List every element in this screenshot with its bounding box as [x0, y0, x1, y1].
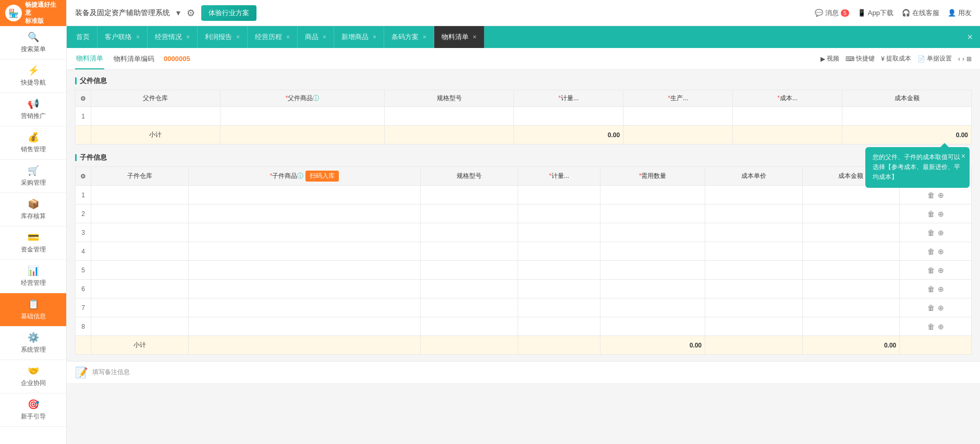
- child-row-5-cost-unit[interactable]: [705, 261, 803, 280]
- sidebar-item-search[interactable]: 🔍 搜索菜单: [0, 26, 66, 59]
- sidebar-item-operations[interactable]: 📊 经营管理: [0, 260, 66, 293]
- sub-nav-shortcut[interactable]: ⌨ 快捷键: [846, 54, 875, 63]
- tab-barcode-close[interactable]: ×: [423, 33, 426, 41]
- child-row-2-copy-icon[interactable]: ⊕: [938, 210, 944, 218]
- child-row-4-delete-icon[interactable]: 🗑: [927, 247, 935, 256]
- child-row-8-delete-icon[interactable]: 🗑: [927, 322, 935, 331]
- sidebar-item-inventory[interactable]: 📦 库存核算: [0, 193, 66, 226]
- parent-row-1-warehouse[interactable]: [91, 107, 220, 126]
- parent-row-1-goods[interactable]: [220, 107, 385, 126]
- child-row-6-unit[interactable]: [518, 280, 600, 298]
- child-row-8-needed-qty[interactable]: [601, 317, 705, 336]
- tab-ops-history[interactable]: 经营历程 ×: [248, 26, 298, 48]
- child-row-5-goods[interactable]: [188, 261, 421, 280]
- child-row-4-goods[interactable]: [188, 242, 421, 261]
- nav-next-icon[interactable]: ›: [962, 55, 964, 63]
- child-row-3-unit[interactable]: [518, 223, 600, 242]
- tab-new-goods-close[interactable]: ×: [373, 33, 376, 41]
- child-row-2-warehouse[interactable]: [91, 205, 189, 223]
- child-row-8-cost-unit[interactable]: [705, 317, 803, 336]
- child-row-6-cost-amount[interactable]: [802, 280, 900, 298]
- grid-view-icon[interactable]: ⊞: [966, 55, 972, 63]
- child-row-1-cost-unit[interactable]: [705, 186, 803, 205]
- scan-button[interactable]: 扫码入库: [305, 171, 339, 182]
- child-row-5-unit[interactable]: [518, 261, 600, 280]
- child-row-6-delete-icon[interactable]: 🗑: [927, 285, 935, 293]
- sub-nav-extract-cost[interactable]: ¥ 提取成本: [881, 54, 911, 63]
- child-row-7-goods[interactable]: [188, 298, 421, 317]
- parent-row-1-produce[interactable]: [623, 107, 733, 126]
- child-row-2-cost-unit[interactable]: [705, 205, 803, 223]
- tab-barcode[interactable]: 条码方案 ×: [384, 26, 434, 48]
- tab-bom[interactable]: 物料清单 ×: [434, 26, 484, 48]
- child-row-2-cost-amount[interactable]: [802, 205, 900, 223]
- child-row-7-copy-icon[interactable]: ⊕: [938, 304, 944, 312]
- child-row-5-cost-amount[interactable]: [802, 261, 900, 280]
- sidebar-item-quick-nav[interactable]: ⚡ 快捷导航: [0, 59, 66, 93]
- child-row-7-cost-amount[interactable]: [802, 298, 900, 317]
- tab-home[interactable]: 首页: [69, 26, 97, 48]
- tab-profit-report[interactable]: 利润报告 ×: [198, 26, 248, 48]
- sidebar-item-capital[interactable]: 💳 资金管理: [0, 226, 66, 260]
- sidebar-item-sales[interactable]: 💰 销售管理: [0, 126, 66, 160]
- child-row-7-spec[interactable]: [421, 298, 518, 317]
- sub-nav-video[interactable]: ▶ 视频: [820, 54, 839, 63]
- trial-button[interactable]: 体验行业方案: [201, 5, 256, 21]
- sidebar-item-system[interactable]: ⚙️ 系统管理: [0, 327, 66, 360]
- child-row-3-cost-unit[interactable]: [705, 223, 803, 242]
- child-row-2-spec[interactable]: [421, 205, 518, 223]
- sidebar-item-basic-info[interactable]: 📋 基础信息: [0, 293, 66, 327]
- sidebar-item-guide[interactable]: 🎯 新手引导: [0, 393, 66, 427]
- child-row-8-goods[interactable]: [188, 317, 421, 336]
- parent-row-1-spec[interactable]: [385, 107, 514, 126]
- app-download-action[interactable]: 📱 App下载: [858, 8, 893, 18]
- child-col-gear[interactable]: ⚙: [76, 167, 91, 186]
- tab-ops-status-close[interactable]: ×: [186, 33, 190, 41]
- child-row-2-goods[interactable]: [188, 205, 421, 223]
- child-row-8-unit[interactable]: [518, 317, 600, 336]
- child-row-6-warehouse[interactable]: [91, 280, 189, 298]
- child-row-3-goods[interactable]: [188, 223, 421, 242]
- tab-customer-close[interactable]: ×: [136, 33, 140, 41]
- nav-close-button[interactable]: ×: [962, 32, 978, 43]
- settings-icon[interactable]: ⚙: [187, 7, 195, 19]
- tab-customer[interactable]: 客户联络 ×: [97, 26, 148, 48]
- child-row-6-copy-icon[interactable]: ⊕: [938, 285, 944, 293]
- parent-row-1-unit[interactable]: [514, 107, 623, 126]
- child-row-3-warehouse[interactable]: [91, 223, 189, 242]
- child-row-6-goods[interactable]: [188, 280, 421, 298]
- child-row-8-warehouse[interactable]: [91, 317, 189, 336]
- child-row-1-delete-icon[interactable]: 🗑: [927, 191, 935, 199]
- nav-prev-icon[interactable]: ‹: [958, 55, 960, 63]
- tab-bom-close[interactable]: ×: [473, 33, 476, 41]
- child-row-1-cost-amount[interactable]: [802, 186, 900, 205]
- child-row-5-needed-qty[interactable]: [601, 261, 705, 280]
- child-row-3-needed-qty[interactable]: [601, 223, 705, 242]
- tab-goods-close[interactable]: ×: [323, 33, 326, 41]
- child-row-5-warehouse[interactable]: [91, 261, 189, 280]
- child-row-6-spec[interactable]: [421, 280, 518, 298]
- sidebar-item-enterprise[interactable]: 🤝 企业协同: [0, 360, 66, 393]
- child-row-1-goods[interactable]: [188, 186, 421, 205]
- child-row-7-warehouse[interactable]: [91, 298, 189, 317]
- child-row-4-needed-qty[interactable]: [601, 242, 705, 261]
- child-row-7-delete-icon[interactable]: 🗑: [927, 304, 935, 312]
- message-action[interactable]: 💬 消息 5: [815, 8, 849, 18]
- tab-ops-status[interactable]: 经营情况 ×: [148, 26, 198, 48]
- child-row-7-needed-qty[interactable]: [601, 298, 705, 317]
- child-row-3-spec[interactable]: [421, 223, 518, 242]
- child-row-6-needed-qty[interactable]: [601, 280, 705, 298]
- child-row-4-unit[interactable]: [518, 242, 600, 261]
- child-row-2-delete-icon[interactable]: 🗑: [927, 210, 935, 218]
- sub-nav-single-settings[interactable]: 📄 单据设置: [917, 54, 952, 63]
- parent-row-1-cost-amount[interactable]: [842, 107, 972, 126]
- sidebar-item-marketing[interactable]: 📢 营销推广: [0, 93, 66, 126]
- child-row-1-needed-qty[interactable]: [601, 186, 705, 205]
- sub-nav-bom-list[interactable]: 物料清单: [75, 48, 104, 69]
- child-row-4-cost-unit[interactable]: [705, 242, 803, 261]
- child-row-1-unit[interactable]: [518, 186, 600, 205]
- child-row-4-spec[interactable]: [421, 242, 518, 261]
- child-row-1-warehouse[interactable]: [91, 186, 189, 205]
- user-action[interactable]: 👤 用友: [948, 8, 972, 18]
- system-dropdown-button[interactable]: ▾: [176, 8, 180, 18]
